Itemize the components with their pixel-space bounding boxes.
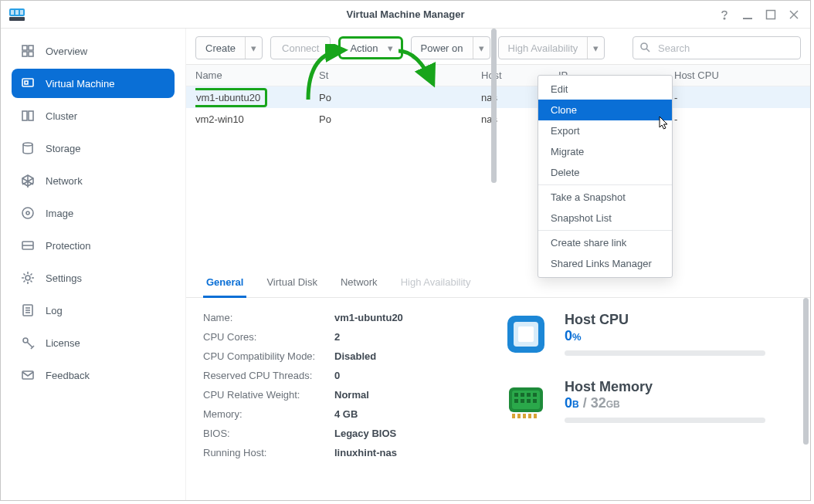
svg-rect-1 [9, 17, 25, 21]
chevron-down-icon[interactable]: ▾ [245, 37, 262, 59]
menu-item-shared-links-manager[interactable]: Shared Links Manager [538, 253, 672, 274]
menu-item-edit[interactable]: Edit [538, 79, 672, 100]
sidebar-item-label: Log [46, 305, 63, 316]
prop-row: Reserved CPU Threads:0 [203, 370, 478, 381]
sidebar-item-protection[interactable]: Protection [12, 231, 175, 260]
minimize-icon[interactable] [742, 9, 753, 20]
scrollbar-thumb[interactable] [803, 298, 809, 445]
svg-rect-6 [743, 18, 752, 19]
scrollbar-thumb[interactable] [491, 29, 497, 183]
chevron-down-icon[interactable]: ▾ [473, 37, 490, 59]
window-title: Virtual Machine Manager [1, 8, 810, 20]
svg-point-20 [26, 211, 29, 215]
svg-rect-11 [29, 46, 33, 50]
power-on-button-label: Power on [412, 42, 473, 54]
tab-virtual-disk[interactable]: Virtual Disk [263, 269, 321, 297]
main-panel: Create ▾ Connect Action ▾ Power on ▾ Hig… [186, 29, 810, 500]
protection-icon [21, 238, 35, 252]
sidebar-item-label: Virtual Machine [46, 78, 114, 90]
prop-row: Running Host:linuxhint-nas [203, 447, 478, 458]
prop-row: BIOS:Legacy BIOS [203, 428, 478, 439]
menu-item-clone[interactable]: Clone [538, 100, 672, 120]
svg-rect-7 [767, 10, 775, 19]
svg-rect-41 [514, 399, 518, 403]
close-icon[interactable] [789, 9, 799, 20]
cell-host-cpu: - [674, 113, 798, 125]
menu-item-export[interactable]: Export [538, 120, 672, 141]
sidebar-item-virtual-machine[interactable]: Virtual Machine [12, 69, 175, 98]
usage-bar [565, 350, 765, 356]
overview-icon [21, 44, 35, 58]
menu-item-delete[interactable]: Delete [538, 162, 672, 183]
license-icon [21, 336, 35, 350]
sidebar-item-label: Image [46, 208, 73, 219]
prop-row: CPU Compatibility Mode:Disabled [203, 350, 478, 362]
svg-point-18 [23, 143, 32, 146]
table-row[interactable]: vm2-win10 Po nas - - [186, 108, 810, 130]
sidebar-item-label: Feedback [46, 370, 90, 381]
svg-point-5 [724, 18, 725, 19]
metric-title: Host Memory [565, 379, 765, 395]
prop-row: Name:vm1-ubuntu20 [203, 312, 478, 323]
log-icon [21, 303, 35, 317]
sidebar-item-image[interactable]: Image [12, 198, 175, 228]
table-header-row: Name St Host IP Host CPU [186, 65, 810, 86]
search-input[interactable] [656, 42, 794, 55]
chevron-down-icon[interactable]: ▾ [587, 37, 604, 59]
sidebar-item-cluster[interactable]: Cluster [12, 101, 175, 130]
menu-item-snapshot-list[interactable]: Snapshot List [538, 208, 672, 228]
sidebar-item-log[interactable]: Log [12, 296, 175, 325]
sidebar-item-network[interactable]: Network [12, 166, 175, 195]
create-button[interactable]: Create ▾ [195, 36, 263, 59]
sidebar-item-overview[interactable]: Overview [12, 36, 175, 66]
network-icon [21, 174, 35, 188]
sidebar-item-storage[interactable]: Storage [12, 134, 175, 163]
metric-unit: % [572, 331, 582, 343]
power-on-button[interactable]: Power on ▾ [411, 36, 490, 59]
sidebar-item-label: Storage [46, 143, 81, 154]
col-status[interactable]: St [319, 66, 481, 84]
tab-general[interactable]: General [203, 269, 246, 298]
sidebar-item-label: Cluster [46, 110, 77, 122]
scrollbar[interactable] [491, 29, 497, 500]
svg-point-23 [25, 276, 30, 280]
app-icon [8, 6, 25, 23]
vm-icon [21, 76, 35, 90]
sidebar-item-label: Protection [46, 240, 91, 252]
detail-properties: Name:vm1-ubuntu20 CPU Cores:2 CPU Compat… [186, 298, 495, 500]
cluster-icon [21, 109, 35, 123]
maximize-icon[interactable] [765, 9, 776, 20]
menu-item-migrate[interactable]: Migrate [538, 141, 672, 162]
svg-rect-13 [29, 52, 33, 56]
col-name[interactable]: Name [195, 66, 319, 84]
metric-separator: / [579, 395, 591, 411]
cell-status: Po [319, 92, 481, 103]
svg-rect-47 [523, 414, 526, 418]
tab-network[interactable]: Network [337, 269, 381, 297]
action-button[interactable]: Action ▾ [338, 36, 402, 59]
memory-icon [504, 380, 548, 423]
search-input-wrap[interactable] [633, 36, 801, 59]
svg-rect-17 [29, 111, 33, 120]
svg-rect-38 [521, 393, 524, 397]
connect-button[interactable]: Connect [270, 36, 331, 59]
menu-item-take-snapshot[interactable]: Take a Snapshot [538, 187, 672, 208]
table-row[interactable]: vm1-ubuntu20 Po nas - - [186, 86, 810, 108]
cell-name: vm1-ubuntu20 [195, 88, 319, 107]
svg-rect-46 [517, 414, 521, 418]
menu-item-create-share-link[interactable]: Create share link [538, 232, 672, 253]
svg-rect-42 [521, 399, 524, 403]
col-host-cpu[interactable]: Host CPU [674, 66, 798, 84]
cell-name: vm2-win10 [195, 113, 319, 125]
sidebar-item-feedback[interactable]: Feedback [12, 360, 175, 390]
storage-icon [21, 141, 35, 155]
help-icon[interactable] [719, 9, 730, 20]
sidebar-item-license[interactable]: License [12, 328, 175, 357]
svg-rect-4 [20, 10, 23, 15]
scrollbar[interactable] [803, 298, 809, 500]
svg-rect-29 [22, 371, 33, 379]
prop-row: CPU Relative Weight:Normal [203, 389, 478, 401]
high-availability-button[interactable]: High Availability ▾ [498, 36, 605, 59]
sidebar-item-settings[interactable]: Settings [12, 263, 175, 293]
tab-high-availability[interactable]: High Availability [398, 269, 474, 297]
